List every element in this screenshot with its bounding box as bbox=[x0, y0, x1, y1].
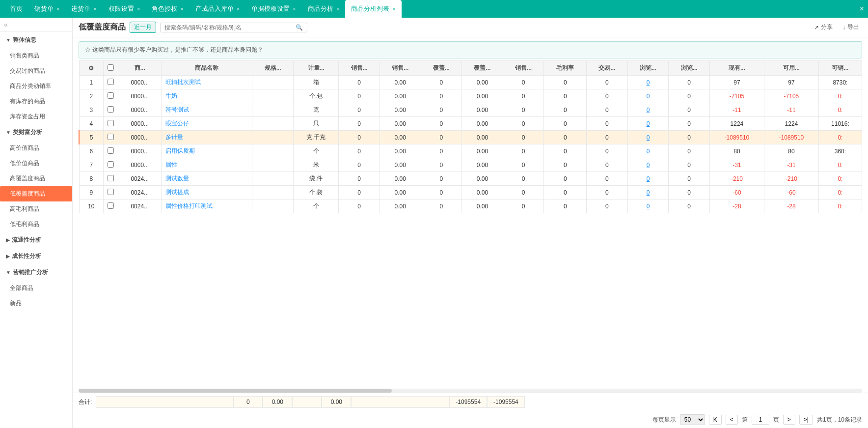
first-page-button[interactable]: K bbox=[709, 415, 722, 425]
row-select-checkbox[interactable] bbox=[108, 189, 114, 195]
close-icon[interactable]: × bbox=[293, 6, 296, 12]
row-checkbox[interactable] bbox=[104, 186, 118, 200]
sidebar-item-low-margin[interactable]: 低毛利商品 bbox=[0, 217, 72, 232]
nav-tab-purchase[interactable]: 进货单 × bbox=[65, 0, 102, 18]
close-icon[interactable]: × bbox=[237, 6, 240, 12]
row-browse1[interactable]: 0 bbox=[627, 131, 669, 144]
row-select-checkbox[interactable] bbox=[108, 134, 114, 140]
page-number-input[interactable] bbox=[752, 415, 769, 425]
row-name[interactable]: 测试提成 bbox=[162, 186, 252, 200]
row-name[interactable]: 启用保质期 bbox=[162, 144, 252, 158]
row-browse1[interactable]: 0 bbox=[627, 172, 669, 186]
row-sales2: 0 bbox=[503, 117, 544, 131]
row-select-checkbox[interactable] bbox=[108, 79, 114, 85]
row-browse1[interactable]: 0 bbox=[627, 158, 669, 172]
row-checkbox[interactable] bbox=[104, 200, 118, 213]
sidebar-item-sales-goods[interactable]: 销售类商品 bbox=[0, 48, 72, 63]
row-select-checkbox[interactable] bbox=[108, 120, 114, 126]
row-checkbox[interactable] bbox=[104, 117, 118, 131]
row-name[interactable]: 多计量 bbox=[162, 131, 252, 144]
row-select-checkbox[interactable] bbox=[108, 161, 114, 168]
row-name[interactable]: 牛奶 bbox=[162, 89, 252, 103]
row-browse1[interactable]: 0 bbox=[627, 89, 669, 103]
close-icon[interactable]: × bbox=[93, 6, 96, 12]
row-checkbox[interactable] bbox=[104, 89, 118, 103]
row-select-checkbox[interactable] bbox=[108, 106, 114, 113]
select-all-checkbox[interactable] bbox=[108, 64, 114, 71]
row-select-checkbox[interactable] bbox=[108, 92, 114, 99]
row-checkbox[interactable] bbox=[104, 172, 118, 186]
row-spec bbox=[252, 131, 294, 144]
row-select-checkbox[interactable] bbox=[108, 147, 114, 154]
sidebar-section-overall[interactable]: ▼ 整体信息 bbox=[0, 32, 72, 48]
close-icon[interactable]: × bbox=[336, 6, 339, 12]
close-icon[interactable]: × bbox=[180, 6, 183, 12]
nav-tab-role[interactable]: 角色授权 × bbox=[146, 0, 189, 18]
sidebar-item-new-goods[interactable]: 新品 bbox=[0, 296, 72, 311]
row-checkbox[interactable] bbox=[104, 144, 118, 158]
nav-tab-template[interactable]: 单据模板设置 × bbox=[245, 0, 301, 18]
sidebar-item-high-coverage[interactable]: 高覆盖度商品 bbox=[0, 171, 72, 186]
last-page-button[interactable]: >| bbox=[799, 415, 813, 425]
search-box[interactable]: 🔍 bbox=[160, 23, 307, 32]
close-icon[interactable]: × bbox=[392, 6, 395, 12]
close-icon[interactable]: × bbox=[56, 6, 59, 12]
sidebar-section-wealth[interactable]: ▼ 类财富分析 bbox=[0, 124, 72, 141]
row-browse1[interactable]: 0 bbox=[627, 186, 669, 200]
row-browse1[interactable]: 0 bbox=[627, 117, 669, 131]
next-page-button[interactable]: > bbox=[783, 415, 795, 425]
row-name[interactable]: 属性价格打印测试 bbox=[162, 200, 252, 213]
sidebar-item-stock-goods[interactable]: 有库存的商品 bbox=[0, 94, 72, 109]
horizontal-scrollbar[interactable] bbox=[79, 389, 862, 393]
col-settings[interactable]: ⚙ bbox=[79, 61, 104, 76]
sidebar-item-traded-goods[interactable]: 交易过的商品 bbox=[0, 63, 72, 79]
sidebar-item-high-value[interactable]: 高价值商品 bbox=[0, 141, 72, 156]
sidebar-item-category-rate[interactable]: 商品分类动销率 bbox=[0, 79, 72, 94]
export-button[interactable]: ↓ 导出 bbox=[840, 22, 862, 32]
scrollbar-thumb[interactable] bbox=[79, 389, 392, 393]
nav-tab-goods-list[interactable]: 商品分析列表 × bbox=[345, 0, 401, 18]
row-name[interactable]: 测试数量 bbox=[162, 172, 252, 186]
nav-tab-goods-analysis[interactable]: 商品分析 × bbox=[302, 0, 345, 18]
close-icon[interactable]: × bbox=[137, 6, 140, 12]
row-browse1[interactable]: 0 bbox=[627, 103, 669, 117]
search-icon[interactable]: 🔍 bbox=[296, 24, 303, 31]
sidebar-item-all-goods[interactable]: 全部商品 bbox=[0, 281, 72, 296]
nav-tab-permission[interactable]: 权限设置 × bbox=[103, 0, 146, 18]
row-sales2: 0 bbox=[503, 158, 544, 172]
row-select-checkbox[interactable] bbox=[108, 202, 114, 209]
row-checkbox[interactable] bbox=[104, 158, 118, 172]
row-unit: 只 bbox=[294, 117, 339, 131]
row-select-checkbox[interactable] bbox=[108, 175, 114, 181]
row-name[interactable]: 旺辅批次测试 bbox=[162, 76, 252, 89]
row-sales-qty: 0 bbox=[339, 103, 380, 117]
nav-tab-home[interactable]: 首页 bbox=[4, 0, 28, 18]
sidebar-item-low-value[interactable]: 低价值商品 bbox=[0, 156, 72, 171]
row-name[interactable]: 属性 bbox=[162, 158, 252, 172]
row-browse1[interactable]: 0 bbox=[627, 200, 669, 213]
row-checkbox[interactable] bbox=[104, 76, 118, 89]
prev-page-button[interactable]: < bbox=[726, 415, 738, 425]
close-all-button[interactable]: × bbox=[860, 4, 864, 13]
row-name[interactable]: 符号测试 bbox=[162, 103, 252, 117]
share-button[interactable]: ↗ 分享 bbox=[811, 22, 836, 32]
period-button[interactable]: 近一月 bbox=[130, 22, 156, 33]
sidebar-section-marketing[interactable]: ▼ 营销推广分析 bbox=[0, 264, 72, 281]
page-size-select[interactable]: 50 20 100 200 bbox=[680, 414, 705, 425]
nav-tab-production[interactable]: 产成品入库单 × bbox=[190, 0, 245, 18]
row-browse1[interactable]: 0 bbox=[627, 76, 669, 89]
collapse-button[interactable]: « bbox=[4, 21, 8, 29]
sidebar-section-growth[interactable]: ▶ 成长性分析 bbox=[0, 248, 72, 264]
row-checkbox[interactable] bbox=[104, 131, 118, 144]
row-browse1[interactable]: 0 bbox=[627, 144, 669, 158]
sidebar-section-flow[interactable]: ▶ 流通性分析 bbox=[0, 232, 72, 248]
row-cover2: 0.00 bbox=[462, 200, 503, 213]
sidebar-item-high-margin[interactable]: 高毛利商品 bbox=[0, 201, 72, 217]
search-input[interactable] bbox=[164, 24, 296, 31]
sidebar-item-low-coverage[interactable]: 低覆盖度商品 bbox=[0, 186, 72, 201]
nav-tab-sales[interactable]: 销货单 × bbox=[28, 0, 65, 18]
sidebar-item-stock-capital[interactable]: 库存资金占用 bbox=[0, 109, 72, 124]
row-name[interactable]: 眼宝公仔 bbox=[162, 117, 252, 131]
totals-label: 合计: bbox=[79, 398, 92, 406]
row-checkbox[interactable] bbox=[104, 103, 118, 117]
